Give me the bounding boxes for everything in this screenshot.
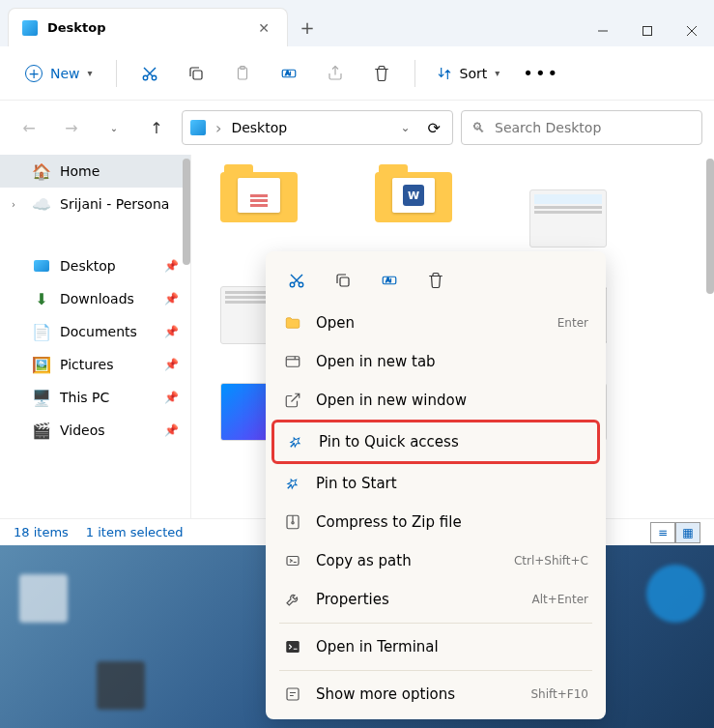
sidebar-item-downloads[interactable]: ⬇ Downloads 📌	[0, 282, 190, 315]
svg-line-27	[288, 485, 292, 489]
desktop-icon	[190, 120, 206, 135]
ctx-shortcut: Ctrl+Shift+C	[514, 554, 588, 568]
cut-button[interactable]	[129, 56, 171, 91]
sidebar-item-documents[interactable]: 📄 Documents 📌	[0, 315, 190, 348]
pin-icon: 📌	[164, 325, 179, 338]
ctx-label: Pin to Quick access	[319, 433, 459, 451]
pin-icon: 📌	[164, 358, 179, 371]
rename-button[interactable]: A	[268, 56, 310, 91]
paste-button[interactable]	[221, 56, 264, 91]
ctx-compress[interactable]: Compress to Zip file	[271, 503, 600, 541]
svg-rect-32	[286, 641, 300, 653]
ctx-pin-quick-access[interactable]: Pin to Quick access	[271, 420, 600, 464]
external-icon	[283, 391, 302, 410]
sort-label: Sort	[460, 66, 488, 81]
sidebar-item-thispc[interactable]: 🖥️ This PC 📌	[0, 381, 190, 414]
sort-button[interactable]: Sort ▾	[427, 60, 510, 87]
up-button[interactable]: ↑	[139, 110, 174, 145]
maximize-button[interactable]	[625, 15, 670, 46]
chevron-down-icon[interactable]: ⌄	[397, 117, 414, 138]
share-button[interactable]	[314, 56, 357, 91]
svg-rect-1	[643, 27, 652, 36]
sidebar-item-home[interactable]: 🏠 Home	[0, 155, 190, 188]
pictures-icon: 🖼️	[33, 356, 50, 373]
ctx-new-window[interactable]: Open in new window	[271, 381, 600, 420]
chevron-down-icon: ▾	[495, 68, 500, 78]
separator	[414, 60, 415, 87]
sidebar-item-videos[interactable]: 🎬 Videos 📌	[0, 414, 190, 447]
ctx-properties[interactable]: Properties Alt+Enter	[271, 580, 600, 619]
window-controls	[581, 15, 714, 46]
address-text: Desktop	[231, 120, 386, 135]
close-tab-icon[interactable]: ✕	[254, 16, 273, 40]
pin-icon	[283, 474, 302, 493]
sidebar-item-pictures[interactable]: 🖼️ Pictures 📌	[0, 348, 190, 381]
sidebar-label: Downloads	[60, 291, 134, 306]
svg-line-26	[291, 444, 295, 448]
sidebar-item-onedrive[interactable]: › ☁️ Srijani - Persona	[0, 188, 190, 220]
zip-icon	[283, 512, 302, 532]
breadcrumb-separator: ›	[215, 119, 221, 137]
ctx-delete-button[interactable]	[416, 263, 455, 298]
refresh-button[interactable]: ⟳	[424, 115, 444, 141]
chevron-down-icon: ▾	[88, 68, 93, 78]
ctx-more-options[interactable]: Show more options Shift+F10	[271, 675, 600, 713]
ctx-cut-button[interactable]	[277, 263, 316, 298]
close-button[interactable]	[670, 15, 714, 46]
ctx-shortcut: Alt+Enter	[531, 593, 588, 606]
sidebar-label: Pictures	[60, 357, 113, 372]
ctx-label: Open in new window	[316, 392, 467, 409]
scrollbar-thumb[interactable]	[183, 159, 190, 265]
scrollbar-thumb[interactable]	[706, 159, 714, 294]
download-icon: ⬇	[33, 290, 50, 307]
home-icon: 🏠	[33, 162, 50, 180]
svg-rect-8	[193, 71, 202, 79]
separator	[279, 670, 592, 671]
tab-desktop[interactable]: Desktop ✕	[8, 8, 288, 46]
more-button[interactable]: •••	[513, 57, 569, 89]
svg-rect-33	[287, 688, 299, 700]
delete-button[interactable]	[360, 56, 403, 91]
ctx-terminal[interactable]: Open in Terminal	[271, 627, 600, 666]
new-button[interactable]: + New ▾	[14, 59, 104, 88]
svg-text:A: A	[386, 277, 390, 284]
thumbnail	[529, 189, 607, 248]
selected-count: 1 item selected	[86, 525, 184, 539]
sidebar-item-desktop[interactable]: Desktop 📌	[0, 249, 190, 282]
sort-icon	[437, 66, 452, 81]
minimize-button[interactable]	[581, 15, 625, 46]
sidebar-label: Srijani - Persona	[60, 196, 169, 212]
ctx-rename-button[interactable]: A	[370, 263, 409, 298]
new-tab-button[interactable]: +	[288, 8, 327, 46]
ctx-open[interactable]: Open Enter	[271, 304, 600, 342]
back-button[interactable]: ←	[12, 110, 46, 145]
plus-circle-icon: +	[25, 65, 43, 82]
folder-open-icon	[283, 313, 302, 333]
context-menu-actions: A	[271, 257, 600, 304]
search-box[interactable]: 🔍︎	[461, 110, 702, 145]
ctx-copy-path[interactable]: Copy as path Ctrl+Shift+C	[271, 541, 600, 580]
recent-button[interactable]: ⌄	[97, 110, 131, 145]
svg-rect-19	[340, 277, 349, 286]
sidebar-label: Desktop	[60, 258, 116, 274]
copy-button[interactable]	[175, 56, 217, 91]
ctx-new-tab[interactable]: Open in new tab	[271, 342, 600, 381]
document-icon: 📄	[33, 323, 50, 340]
navbar: ← → ⌄ ↑ › Desktop ⌄ ⟳ 🔍︎	[0, 101, 714, 155]
ctx-pin-start[interactable]: Pin to Start	[271, 464, 600, 503]
ctx-shortcut: Enter	[557, 316, 588, 330]
details-view-button[interactable]: ≡	[650, 522, 675, 543]
separator	[116, 60, 117, 87]
tab-title: Desktop	[47, 20, 244, 35]
search-input[interactable]	[495, 120, 692, 135]
context-menu: A Open Enter Open in new tab Open in new…	[266, 251, 606, 719]
pc-icon: 🖥️	[33, 389, 50, 406]
icons-view-button[interactable]: ▦	[675, 522, 700, 543]
address-bar[interactable]: › Desktop ⌄ ⟳	[182, 110, 453, 145]
new-label: New	[50, 66, 80, 81]
cloud-icon: ☁️	[33, 195, 50, 213]
svg-text:A: A	[285, 70, 290, 77]
ctx-copy-button[interactable]	[324, 263, 362, 298]
chevron-right-icon[interactable]: ›	[12, 199, 23, 210]
forward-button[interactable]: →	[54, 110, 89, 145]
